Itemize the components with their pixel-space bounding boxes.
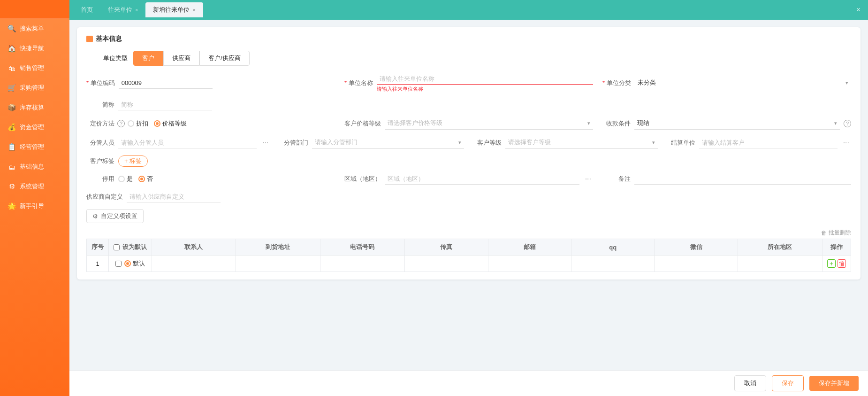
pricing-discount-radio[interactable]: 折扣 <box>128 119 148 128</box>
settlement-label: 结算单位 <box>667 139 695 147</box>
payment-help-icon[interactable]: ? <box>844 120 851 127</box>
row-no: 1 <box>87 256 109 272</box>
unit-category-label: 单位分类 <box>602 79 631 87</box>
tab-home[interactable]: 首页 <box>73 2 100 17</box>
pricing-help-icon[interactable]: ? <box>117 120 125 127</box>
row-email[interactable] <box>488 256 571 272</box>
supplier-type-btn[interactable]: 供应商 <box>163 51 199 66</box>
row-wechat[interactable] <box>655 256 738 272</box>
sidebar-item-finance[interactable]: 💰 资金管理 <box>0 117 69 137</box>
col-default: 设为默认 <box>109 239 152 256</box>
department-select[interactable]: 请输入分管部门 ▾ <box>312 136 464 149</box>
sidebar-item-purchase[interactable]: 🛒 采购管理 <box>0 78 69 98</box>
cancel-button[interactable]: 取消 <box>734 375 766 391</box>
row-region-input[interactable] <box>743 260 817 267</box>
sidebar-system-label: 系统管理 <box>20 182 44 191</box>
tab-transaction-close[interactable]: × <box>135 7 138 13</box>
row-region[interactable] <box>738 256 822 272</box>
manager-label: 分管人员 <box>86 139 114 147</box>
sidebar-item-search[interactable]: 🔍 搜索菜单 <box>0 19 69 39</box>
row-action: + 🗑 <box>822 256 851 272</box>
both-type-btn[interactable]: 客户/供应商 <box>199 51 250 66</box>
row-contact[interactable] <box>152 256 236 272</box>
level-radio-label: 价格等级 <box>162 119 187 128</box>
sidebar-item-sales[interactable]: 🛍 销售管理 <box>0 58 69 78</box>
row-checkbox[interactable] <box>115 261 122 267</box>
footer-bar: 取消 保存 保存并新增 <box>69 370 868 396</box>
sidebar-item-system[interactable]: ⚙ 系统管理 <box>0 177 69 196</box>
region-input[interactable] <box>385 173 579 185</box>
row-address[interactable] <box>236 256 320 272</box>
settlement-input[interactable] <box>699 137 838 148</box>
qq-input[interactable] <box>576 260 649 267</box>
save-new-button[interactable]: 保存并新增 <box>809 376 859 391</box>
settlement-more-icon[interactable]: ··· <box>841 139 851 147</box>
col-contact: 联系人 <box>152 239 236 256</box>
sidebar-item-guide[interactable]: 🌟 新手引导 <box>0 196 69 216</box>
table-row: 1 默认 <box>87 256 851 272</box>
add-row-button[interactable]: + <box>827 259 836 268</box>
add-tag-button[interactable]: + 标签 <box>118 155 148 167</box>
tab-new-transaction-close[interactable]: × <box>192 7 195 13</box>
default-radio[interactable]: 默认 <box>124 259 145 268</box>
contact-input[interactable] <box>157 260 231 267</box>
wechat-input[interactable] <box>659 260 733 267</box>
window-close-button[interactable]: × <box>853 6 864 14</box>
col-action: 操作 <box>822 239 851 256</box>
guide-icon: 🌟 <box>8 202 16 210</box>
payment-terms-label: 收款条件 <box>602 119 631 128</box>
tab-new-transaction[interactable]: 新增往来单位 × <box>145 2 203 17</box>
short-name-input[interactable] <box>118 99 212 110</box>
select-all-checkbox[interactable] <box>114 244 120 250</box>
manager-more-icon[interactable]: ··· <box>260 139 270 147</box>
pricing-level-radio[interactable]: 价格等级 <box>154 119 187 128</box>
customer-price-level-select[interactable]: 请选择客户价格等级 ▾ <box>385 117 593 130</box>
phone-input[interactable] <box>325 260 400 267</box>
search-icon: 🔍 <box>8 24 16 33</box>
sidebar-item-operations[interactable]: 📋 经营管理 <box>0 137 69 157</box>
payment-terms-select[interactable]: 现结 ▾ <box>634 117 840 130</box>
discount-radio-label: 折扣 <box>136 119 148 128</box>
tab-transaction[interactable]: 往来单位 × <box>100 2 145 17</box>
gear-icon: ⚙ <box>92 213 98 220</box>
disable-radio-group: 是 否 <box>118 175 153 183</box>
form-row-short-name: 简称 <box>86 99 851 110</box>
no-radio-circle <box>138 176 145 182</box>
disable-no-radio[interactable]: 否 <box>138 175 153 183</box>
customer-level-select[interactable]: 请选择客户等级 ▾ <box>505 136 658 149</box>
email-input[interactable] <box>493 260 567 267</box>
row-fax[interactable] <box>404 256 488 272</box>
address-input[interactable] <box>241 260 315 267</box>
batch-delete-button[interactable]: 🗑 批量删除 <box>86 229 851 237</box>
row-phone[interactable] <box>320 256 404 272</box>
discount-radio-circle <box>128 120 134 127</box>
sidebar-item-quick-nav[interactable]: 🏠 快捷导航 <box>0 39 69 58</box>
disable-yes-radio[interactable]: 是 <box>118 175 133 183</box>
region-more-icon[interactable]: ··· <box>583 175 593 183</box>
section-title-text: 基本信息 <box>96 35 122 43</box>
save-button[interactable]: 保存 <box>772 375 804 391</box>
sidebar-item-basic-info[interactable]: 🗂 基础信息 <box>0 157 69 177</box>
customer-type-btn[interactable]: 客户 <box>133 51 163 66</box>
delete-row-button[interactable]: 🗑 <box>838 259 846 268</box>
row-qq[interactable] <box>571 256 655 272</box>
sidebar-logo <box>0 0 69 19</box>
fax-input[interactable] <box>410 260 483 267</box>
supplier-custom-input[interactable] <box>127 191 221 202</box>
contact-table: 序号 设为默认 联系人 到货地址 电话号码 传真 邮箱 <box>86 239 851 272</box>
sidebar-item-inventory[interactable]: 📦 库存核算 <box>0 98 69 117</box>
department-placeholder: 请输入分管部门 <box>315 138 358 147</box>
unit-code-col: 单位编码 <box>86 78 335 89</box>
unit-name-error: 请输入往来单位名称 <box>377 85 593 93</box>
manager-col: 分管人员 ··· <box>86 137 271 148</box>
sidebar-search-label: 搜索菜单 <box>20 24 44 33</box>
sales-icon: 🛍 <box>8 64 16 72</box>
batch-delete-label: 批量删除 <box>829 229 851 237</box>
unit-name-input[interactable] <box>377 73 593 85</box>
supplier-custom-col: 供应商自定义 <box>86 191 851 202</box>
custom-settings-button[interactable]: ⚙ 自定义项设置 <box>86 209 144 223</box>
unit-category-select[interactable]: 未分类 ▾ <box>635 77 851 89</box>
remark-input[interactable] <box>634 173 851 185</box>
manager-input[interactable] <box>118 137 257 148</box>
unit-code-input[interactable] <box>119 78 213 89</box>
